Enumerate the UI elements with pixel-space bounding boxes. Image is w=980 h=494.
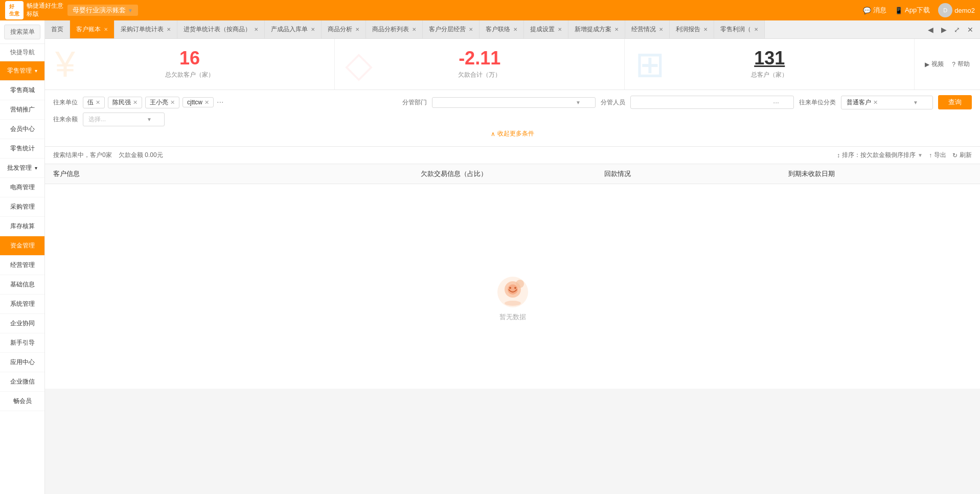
refresh-button[interactable]: ↻ 刷新 [952,151,972,160]
logo-text: 畅捷通好生意 标版 [27,2,63,18]
tab-add-commission-plan[interactable]: 新增提成方案 ✕ [568,20,625,39]
more-tags-button[interactable]: ··· [217,98,223,107]
top-bar-left: 好生意 畅捷通好生意 标版 母婴行业演示账套 ▼ [5,1,138,19]
tab-close-6[interactable]: ✕ [412,27,416,32]
tab-product-analysis[interactable]: 商品分析 ✕ [322,20,366,39]
col-payment-status: 回款情况 [604,169,788,178]
data-table: 客户信息 欠款交易信息（占比） 回款情况 到期未收款日期 [45,164,980,389]
sidebar-item-retail-stats[interactable]: 零售统计 [0,139,44,159]
filter-area: 往来单位 伍 ✕ 陈民强 ✕ 王小亮 [45,90,980,147]
query-button[interactable]: 查询 [938,95,972,109]
tab-close-2[interactable]: ✕ [167,27,171,32]
export-button[interactable]: ↑ 导出 [929,151,946,160]
store-select[interactable]: 母婴行业演示账套 ▼ [67,5,138,16]
tab-close-11[interactable]: ✕ [659,27,663,32]
logo-icon: 好生意 [5,1,24,19]
tab-scroll-right-button[interactable]: ▶ [938,24,949,35]
tab-retail-profit[interactable]: 零售利润（ ✕ [714,20,765,39]
tab-product-inbound[interactable]: 产成品入库单 ✕ [265,20,322,39]
filter-row-1: 往来单位 伍 ✕ 陈民强 ✕ 王小亮 [53,95,972,109]
sidebar-item-marketing[interactable]: 营销推广 [0,100,44,120]
stat-total-customers: ⊞ 131 总客户（家） [625,39,915,89]
quick-nav-button[interactable]: 快捷导航 [0,44,44,61]
tab-close-4[interactable]: ✕ [311,27,315,32]
video-icon: ▶ [925,61,929,68]
sidebar-item-inventory[interactable]: 库存核算 [0,217,44,236]
person-filter-label: 分管人员 [601,98,625,107]
dept-filter-input[interactable]: ▼ [432,97,596,108]
remove-tag-4-button[interactable]: ✕ [204,99,209,106]
message-button[interactable]: 💬 消息 [863,6,886,15]
tab-product-analysis-list[interactable]: 商品分析列表 ✕ [366,20,423,39]
col-overdue-date: 到期未收款日期 [788,169,972,178]
user-profile-button[interactable]: D demo2 [938,3,975,17]
tab-home[interactable]: 首页 [45,20,70,39]
unit-type-filter-label: 往来单位分类 [799,98,836,107]
tab-customer-ledger[interactable]: 客户账本 ✕ [70,20,115,39]
help-button[interactable]: ? 帮助 [952,60,970,69]
svg-point-6 [514,287,516,289]
sidebar-item-basic-info[interactable]: 基础信息 [0,275,44,295]
sidebar-item-wholesale-mgmt[interactable]: 批发管理 ▾ [0,159,44,178]
filter-tag-2: 陈民强 ✕ [108,97,142,108]
filter-tag-4: cjttcw ✕ [183,97,214,107]
remove-tag-2-button[interactable]: ✕ [133,99,138,106]
balance-filter-select[interactable]: 选择... ▼ [83,113,165,126]
tab-purchase-order-stats[interactable]: 采购订单统计表 ✕ [115,20,177,39]
sidebar-item-enterprise[interactable]: 企业协同 [0,314,44,333]
tab-close-10[interactable]: ✕ [614,27,619,32]
sidebar-item-retail-mgmt[interactable]: 零售管理 ▾ [0,61,44,81]
dept-chevron-icon: ▼ [576,100,581,105]
person-filter-input[interactable]: ··· [630,96,794,109]
stats-bar: ¥ 16 总欠款客户（家） ◇ -2.11 欠款合计（万） ⊞ 131 总客户（… [45,39,980,90]
stat-total-customers-value: 131 [754,49,785,68]
tab-close-13[interactable]: ✕ [754,27,758,32]
sidebar-item-ecommerce[interactable]: 电商管理 [0,178,44,197]
stat-bg-yuan-icon: ¥ [55,44,75,85]
tab-actions: ◀ ▶ ⤢ ✕ [921,24,980,35]
tab-purchase-stats-by-product[interactable]: 进货单统计表（按商品） ✕ [177,20,265,39]
tab-operations-overview[interactable]: 经营情况 ✕ [625,20,670,39]
tab-profit-report[interactable]: 利润报告 ✕ [670,20,714,39]
tab-close-all-button[interactable]: ✕ [965,24,976,35]
empty-state: 暂无数据 [492,231,533,342]
sort-chevron-icon: ▼ [918,152,923,158]
sidebar-item-finance[interactable]: 资金管理 [0,236,44,256]
tab-close-customer-ledger[interactable]: ✕ [104,27,108,32]
remove-unit-type-tag-button[interactable]: ✕ [873,99,878,106]
sidebar-item-app-center[interactable]: 应用中心 [0,353,44,372]
tab-close-3[interactable]: ✕ [254,27,258,32]
sidebar-item-new-guide[interactable]: 新手引导 [0,333,44,353]
tab-close-9[interactable]: ✕ [558,27,562,32]
sort-select[interactable]: ↕ 排序：按欠款金额倒序排序 ▼ [837,151,923,160]
sidebar-item-enterprise-wx[interactable]: 企业微信 [0,372,44,392]
tab-expand-button[interactable]: ⤢ [951,24,963,35]
tab-close-7[interactable]: ✕ [469,27,473,32]
tab-commission-settings[interactable]: 提成设置 ✕ [524,20,568,39]
stat-bg-building-icon: ⊞ [635,43,665,85]
collapse-filters-button[interactable]: ∧ 收起更多条件 [53,126,972,141]
sidebar-item-purchase-mgmt[interactable]: 采购管理 [0,197,44,217]
sidebar-item-sys-mgmt[interactable]: 系统管理 [0,295,44,314]
sidebar-item-retail-mall[interactable]: 零售商城 [0,81,44,100]
unit-type-filter-input[interactable]: 普通客户 ✕ ▼ [841,96,933,109]
svg-point-4 [516,280,524,288]
tab-close-5[interactable]: ✕ [355,27,359,32]
tab-customer-contact[interactable]: 客户联络 ✕ [480,20,524,39]
remove-tag-1-button[interactable]: ✕ [96,99,100,106]
sidebar-item-member-center[interactable]: 会员中心 [0,120,44,139]
tab-close-12[interactable]: ✕ [703,27,708,32]
tab-close-8[interactable]: ✕ [513,27,517,32]
search-menu-button[interactable]: 搜索菜单 [4,25,40,39]
sidebar-item-vip-member[interactable]: 畅会员 [0,392,44,411]
dept-filter-label: 分管部门 [402,98,427,107]
stat-right-actions: ▶ 视频 ? 帮助 [915,39,980,89]
video-help-button[interactable]: ▶ 视频 [925,60,944,69]
sort-icon: ↕ [837,152,840,159]
app-download-button[interactable]: 📱 App下载 [895,6,930,15]
sidebar-item-ops-mgmt[interactable]: 经营管理 [0,256,44,275]
tab-customer-segment[interactable]: 客户分层经营 ✕ [423,20,480,39]
stat-debt-customers-label: 总欠款客户（家） [165,71,214,79]
tab-scroll-left-button[interactable]: ◀ [925,24,936,35]
remove-tag-3-button[interactable]: ✕ [170,99,175,106]
